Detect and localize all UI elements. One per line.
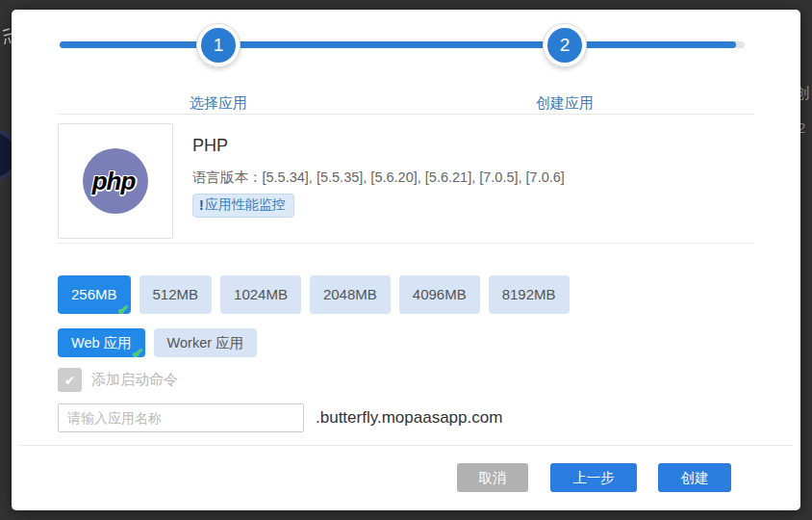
memory-option-label: 8192MB: [502, 286, 556, 302]
divider: [19, 445, 793, 446]
memory-option-256mb[interactable]: 256MB ✔: [58, 275, 131, 314]
app-logo-box: php: [58, 123, 173, 239]
app-versions: 语言版本：[5.5.34], [5.5.35], [5.6.20], [5.6.…: [192, 169, 565, 187]
app-name-input[interactable]: [58, 403, 304, 432]
step-2-circle[interactable]: 2: [543, 23, 587, 67]
create-app-modal: 1 2 选择应用 创建应用 php PHP 语言版本：[5.5.34], [5.…: [12, 10, 800, 510]
versions-label: 语言版本：: [192, 169, 263, 185]
startup-command-label: 添加启动命令: [91, 371, 178, 389]
checkmark-icon: ✔: [64, 373, 76, 388]
cancel-button[interactable]: 取消: [457, 463, 528, 492]
check-icon: ✔: [117, 302, 130, 317]
memory-option-4096mb[interactable]: 4096MB: [399, 275, 480, 314]
stepper-track: [60, 41, 745, 48]
memory-option-label: 512MB: [153, 286, 199, 302]
startup-command-row: ✔ 添加启动命令: [58, 368, 178, 392]
performance-monitor-label: 应用性能监控: [205, 196, 286, 214]
domain-suffix: .butterfly.mopaasapp.com: [316, 408, 502, 428]
alert-icon: !: [199, 197, 204, 213]
app-type-worker[interactable]: Worker 应用: [154, 328, 258, 357]
memory-option-label: 2048MB: [323, 286, 377, 302]
memory-option-label: 1024MB: [234, 286, 288, 302]
step-1-label: 选择应用: [161, 94, 276, 113]
step-2-label: 创建应用: [507, 94, 622, 113]
memory-option-2048mb[interactable]: 2048MB: [310, 275, 391, 314]
startup-command-checkbox[interactable]: ✔: [58, 368, 82, 392]
divider: [58, 243, 754, 244]
performance-monitor-badge[interactable]: ! 应用性能监控: [192, 194, 294, 218]
step-1-number: 1: [201, 28, 236, 63]
step-1-circle[interactable]: 1: [196, 23, 241, 67]
app-type-row: Web 应用 ✔ Worker 应用: [58, 328, 257, 357]
php-logo-text: php: [92, 167, 140, 196]
memory-option-8192mb[interactable]: 8192MB: [489, 275, 570, 314]
app-type-web[interactable]: Web 应用 ✔: [58, 328, 145, 357]
check-icon: ✔: [132, 346, 144, 360]
memory-option-1024mb[interactable]: 1024MB: [220, 275, 301, 314]
app-name-row: .butterfly.mopaasapp.com: [58, 403, 502, 432]
php-logo-icon: php: [83, 148, 148, 214]
divider: [58, 114, 754, 115]
stepper-progress-fill: [60, 41, 736, 48]
screen: 创 2 1 2 选择应用 创建应用 php PHP 语言版本：[5.5.34],…: [0, 0, 812, 520]
memory-option-512mb[interactable]: 512MB: [140, 275, 213, 314]
app-type-label: Web 应用: [71, 335, 132, 351]
memory-option-label: 256MB: [71, 286, 117, 302]
step-2-number: 2: [547, 28, 582, 63]
app-title: PHP: [192, 136, 228, 156]
app-type-label: Worker 应用: [167, 335, 244, 351]
memory-option-label: 4096MB: [413, 286, 467, 302]
create-button[interactable]: 创建: [658, 463, 731, 492]
versions-list: [5.5.34], [5.5.35], [5.6.20], [5.6.21], …: [263, 169, 565, 185]
memory-options-row: 256MB ✔ 512MB 1024MB 2048MB 4096MB 8192M…: [58, 275, 570, 314]
previous-step-button[interactable]: 上一步: [550, 463, 637, 492]
